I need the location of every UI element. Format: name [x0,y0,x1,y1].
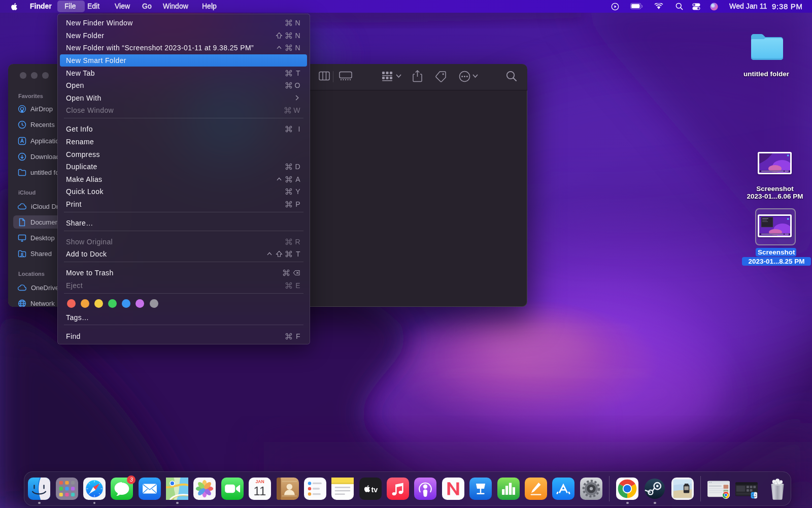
svg-text:tv: tv [371,486,378,494]
svg-text:11: 11 [254,484,266,498]
